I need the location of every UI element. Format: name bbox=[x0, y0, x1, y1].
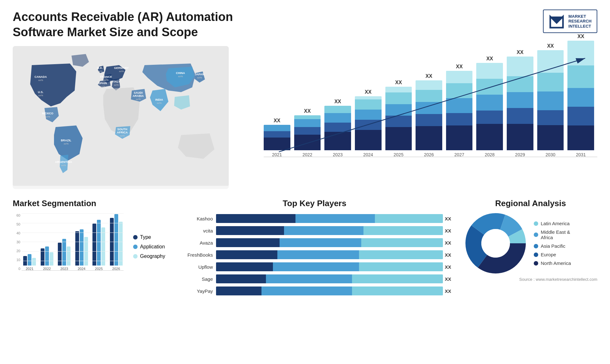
seg-legend-type: Type bbox=[133, 234, 165, 240]
bar-col-2030: XX 2030 bbox=[537, 43, 564, 157]
bar-col-2028: XX 2028 bbox=[476, 56, 503, 157]
seg-legend: Type Application Geography bbox=[130, 213, 165, 280]
player-row-avaza: Avaza XX bbox=[175, 238, 454, 247]
bar-chart-container: XX 2021 XX bbox=[238, 46, 597, 189]
svg-text:ARABIA: ARABIA bbox=[133, 94, 144, 98]
reg-legend-middle-east: Middle East &Africa bbox=[534, 229, 571, 240]
players-list: Kashoo XX vcita bbox=[175, 214, 454, 295]
bar-col-2026: XX 2026 bbox=[416, 73, 442, 157]
player-row-vcita: vcita XX bbox=[175, 226, 454, 235]
world-map-svg: CANADA xx% U.S. xx% MEXICO xx% BRAZIL xx… bbox=[13, 46, 229, 186]
header: Accounts Receivable (AR) Automation Soft… bbox=[13, 10, 597, 40]
reg-legend-asia-pacific: Asia Pacific bbox=[534, 243, 571, 249]
regional-title: Regional Analysis bbox=[464, 199, 597, 208]
page-wrapper: Accounts Receivable (AR) Automation Soft… bbox=[0, 0, 610, 364]
bar-col-2024: XX 2024 bbox=[355, 89, 382, 157]
regional-section: Regional Analysis bbox=[464, 195, 597, 299]
svg-text:xx%: xx% bbox=[45, 115, 50, 118]
map-section: CANADA xx% U.S. xx% MEXICO xx% BRAZIL xx… bbox=[13, 46, 229, 189]
players-section: Top Key Players Kashoo XX bbox=[175, 195, 454, 299]
bar-col-2029: XX 2029 bbox=[507, 50, 533, 157]
svg-text:ARGENTINA: ARGENTINA bbox=[55, 160, 72, 164]
bar-col-2021: XX 2021 bbox=[264, 118, 290, 157]
main-grid: CANADA xx% U.S. xx% MEXICO xx% BRAZIL xx… bbox=[13, 46, 597, 299]
logo: MARKET RESEARCH INTELLECT bbox=[543, 10, 597, 33]
svg-text:INDIA: INDIA bbox=[155, 98, 163, 101]
svg-text:U.S.: U.S. bbox=[38, 91, 44, 94]
svg-text:JAPAN: JAPAN bbox=[195, 73, 204, 76]
svg-text:SOUTH: SOUTH bbox=[117, 128, 127, 131]
player-row-sage: Sage XX bbox=[175, 274, 454, 283]
svg-text:xx%: xx% bbox=[38, 94, 43, 97]
svg-text:GERMANY: GERMANY bbox=[114, 66, 129, 70]
logo-icon bbox=[549, 13, 565, 29]
svg-text:SAUDI: SAUDI bbox=[134, 91, 143, 94]
svg-text:xx%: xx% bbox=[136, 98, 140, 101]
bar-col-2031: XX 2031 bbox=[567, 34, 594, 157]
svg-text:xx%: xx% bbox=[38, 79, 43, 82]
logo-text: MARKET RESEARCH INTELLECT bbox=[568, 14, 592, 29]
svg-text:CHINA: CHINA bbox=[176, 71, 185, 75]
svg-text:xx%: xx% bbox=[104, 79, 108, 82]
player-row-kashoo: Kashoo XX bbox=[175, 214, 454, 223]
svg-text:xx%: xx% bbox=[119, 70, 124, 73]
svg-text:xx%: xx% bbox=[61, 164, 66, 167]
svg-text:xx%: xx% bbox=[178, 75, 183, 78]
bar-col-2027: XX 2027 bbox=[446, 64, 473, 157]
svg-marker-1 bbox=[550, 17, 563, 23]
svg-text:BRAZIL: BRAZIL bbox=[61, 139, 71, 142]
svg-text:SPAIN: SPAIN bbox=[98, 82, 107, 85]
segmentation-section: Market Segmentation 60 50 40 30 20 10 0 bbox=[13, 195, 165, 299]
svg-text:xx%: xx% bbox=[197, 76, 202, 79]
svg-text:AFRICA: AFRICA bbox=[117, 131, 128, 134]
segmentation-title: Market Segmentation bbox=[13, 199, 165, 208]
reg-legend-europe: Europe bbox=[534, 252, 571, 257]
svg-point-42 bbox=[481, 229, 510, 258]
svg-text:xx%: xx% bbox=[114, 84, 119, 86]
svg-text:xx%: xx% bbox=[100, 85, 105, 88]
svg-text:U.K.: U.K. bbox=[97, 66, 103, 70]
players-title: Top Key Players bbox=[175, 199, 454, 208]
svg-text:CANADA: CANADA bbox=[35, 75, 47, 78]
regional-content: Latin America Middle East &Africa Asia P… bbox=[464, 212, 597, 275]
player-row-freshbooks: FreshBooks XX bbox=[175, 250, 454, 259]
page-title: Accounts Receivable (AR) Automation Soft… bbox=[13, 10, 261, 40]
bar-col-2022: XX 2022 bbox=[294, 108, 321, 157]
bar-col-2025: XX 2025 bbox=[385, 80, 412, 157]
player-row-upflow: Upflow XX bbox=[175, 262, 454, 271]
bar-col-2023: XX 2023 bbox=[324, 99, 351, 157]
svg-text:MEXICO: MEXICO bbox=[42, 112, 53, 115]
svg-text:xx%: xx% bbox=[120, 134, 125, 137]
reg-legend-north-america: North America bbox=[534, 260, 571, 266]
seg-legend-application: Application bbox=[133, 244, 165, 250]
svg-text:ITALY: ITALY bbox=[112, 80, 120, 83]
svg-text:FRANCE: FRANCE bbox=[100, 75, 112, 78]
seg-legend-geography: Geography bbox=[133, 253, 165, 259]
svg-text:xx%: xx% bbox=[157, 102, 161, 104]
bottom-grid: Market Segmentation 60 50 40 30 20 10 0 bbox=[13, 195, 597, 299]
donut-chart bbox=[464, 212, 527, 275]
svg-text:xx%: xx% bbox=[64, 142, 68, 145]
svg-text:xx%: xx% bbox=[98, 70, 102, 73]
source-text: Source : www.marketresearchintellect.com bbox=[464, 277, 597, 282]
regional-legend: Latin America Middle East &Africa Asia P… bbox=[534, 221, 571, 266]
reg-legend-latin-america: Latin America bbox=[534, 221, 571, 226]
player-row-yaypay: YayPay XX bbox=[175, 286, 454, 295]
